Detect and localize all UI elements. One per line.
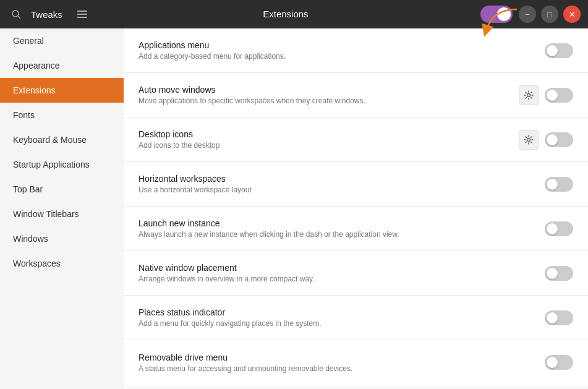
extension-name: Applications menu bbox=[138, 40, 545, 50]
extension-row-applications-menu: Applications menu Add a category-based m… bbox=[124, 28, 588, 73]
extension-name: Auto move windows bbox=[138, 85, 519, 95]
extension-name: Places status indicator bbox=[138, 307, 545, 317]
extension-desc: Add a category-based menu for applicatio… bbox=[138, 52, 545, 61]
window-title: Extensions bbox=[263, 9, 308, 19]
sidebar-item-extensions[interactable]: Extensions bbox=[0, 78, 124, 103]
app-name: Tweaks bbox=[31, 9, 62, 20]
extension-row-desktop-icons: Desktop icons Add icons to the desktop bbox=[124, 118, 588, 162]
global-extensions-toggle[interactable] bbox=[480, 6, 513, 23]
extension-desc: Add a menu for quickly navigating places… bbox=[138, 319, 545, 328]
sidebar-item-workspaces[interactable]: Workspaces bbox=[0, 251, 124, 276]
removable-drive-menu-toggle[interactable] bbox=[545, 355, 573, 370]
extension-desc: Add icons to the desktop bbox=[138, 141, 519, 150]
sidebar-item-general[interactable]: General bbox=[0, 28, 124, 53]
extension-info: Horizontal workspaces Use a horizontal w… bbox=[138, 174, 545, 194]
launch-new-instance-toggle[interactable] bbox=[545, 221, 573, 236]
extension-desc: A status menu for accessing and unmounti… bbox=[138, 364, 545, 373]
extension-controls bbox=[545, 43, 573, 58]
desktop-icons-toggle[interactable] bbox=[545, 132, 573, 147]
extension-controls bbox=[545, 266, 573, 281]
extension-row-auto-move-windows: Auto move windows Move applications to s… bbox=[124, 73, 588, 118]
sidebar-item-windows[interactable]: Windows bbox=[0, 226, 124, 251]
maximize-button[interactable]: □ bbox=[541, 6, 558, 23]
svg-rect-3 bbox=[77, 14, 87, 15]
extension-name: Horizontal workspaces bbox=[138, 174, 545, 184]
extension-name: Native window placement bbox=[138, 263, 545, 273]
places-status-indicator-toggle[interactable] bbox=[545, 310, 573, 325]
sidebar-item-startup-applications[interactable]: Startup Applications bbox=[0, 152, 124, 177]
sidebar-item-keyboard-mouse[interactable]: Keyboard & Mouse bbox=[0, 127, 124, 152]
svg-rect-4 bbox=[77, 17, 87, 18]
extension-info: Places status indicator Add a menu for q… bbox=[138, 307, 545, 328]
extension-controls bbox=[545, 310, 573, 325]
extension-name: Desktop icons bbox=[138, 129, 519, 139]
svg-point-0 bbox=[12, 11, 19, 17]
extension-name: Launch new instance bbox=[138, 218, 545, 228]
svg-point-6 bbox=[527, 138, 530, 141]
extensions-content: Applications menu Add a category-based m… bbox=[124, 28, 588, 389]
hamburger-icon bbox=[77, 11, 87, 18]
sidebar-item-appearance[interactable]: Appearance bbox=[0, 53, 124, 78]
extension-info: Applications menu Add a category-based m… bbox=[138, 40, 545, 61]
extension-row-places-status-indicator: Places status indicator Add a menu for q… bbox=[124, 296, 588, 340]
sidebar-item-window-titlebars[interactable]: Window Titlebars bbox=[0, 202, 124, 226]
svg-rect-2 bbox=[77, 11, 87, 12]
extension-desc: Always launch a new instance when clicki… bbox=[138, 230, 545, 239]
gear-icon bbox=[524, 135, 534, 145]
sidebar: General Appearance Extensions Fonts Keyb… bbox=[0, 28, 124, 389]
desktop-icons-gear-button[interactable] bbox=[519, 130, 539, 150]
extension-desc: Move applications to specific workspaces… bbox=[138, 96, 519, 105]
extension-info: Desktop icons Add icons to the desktop bbox=[138, 129, 519, 150]
svg-point-5 bbox=[527, 93, 530, 96]
extension-controls bbox=[519, 85, 573, 105]
extension-desc: Arrange windows in overview in a more co… bbox=[138, 275, 545, 283]
close-button[interactable]: ✕ bbox=[563, 6, 581, 23]
extension-row-horizontal-workspaces: Horizontal workspaces Use a horizontal w… bbox=[124, 162, 588, 207]
svg-line-1 bbox=[18, 16, 20, 19]
titlebar: Tweaks Extensions − □ ✕ bbox=[0, 0, 588, 28]
auto-move-windows-toggle[interactable] bbox=[545, 88, 573, 103]
extension-desc: Use a horizontal workspace layout bbox=[138, 186, 545, 194]
extension-info: Native window placement Arrange windows … bbox=[138, 263, 545, 283]
search-icon bbox=[11, 9, 21, 19]
extension-controls bbox=[519, 130, 573, 150]
auto-move-windows-gear-button[interactable] bbox=[519, 85, 539, 105]
extension-row-launch-new-instance: Launch new instance Always launch a new … bbox=[124, 207, 588, 251]
extension-info: Removable drive menu A status menu for a… bbox=[138, 353, 545, 373]
extension-name: Removable drive menu bbox=[138, 353, 545, 362]
search-button[interactable] bbox=[7, 6, 25, 23]
extension-info: Auto move windows Move applications to s… bbox=[138, 85, 519, 105]
applications-menu-toggle[interactable] bbox=[545, 43, 573, 58]
gear-icon bbox=[524, 90, 534, 100]
window-controls: − □ ✕ bbox=[519, 6, 581, 23]
main-layout: General Appearance Extensions Fonts Keyb… bbox=[0, 28, 588, 389]
extension-controls bbox=[545, 177, 573, 192]
menu-button[interactable] bbox=[74, 6, 91, 23]
extension-row-native-window-placement: Native window placement Arrange windows … bbox=[124, 251, 588, 296]
sidebar-item-top-bar[interactable]: Top Bar bbox=[0, 177, 124, 202]
native-window-placement-toggle[interactable] bbox=[545, 266, 573, 281]
sidebar-item-fonts[interactable]: Fonts bbox=[0, 103, 124, 127]
extension-info: Launch new instance Always launch a new … bbox=[138, 218, 545, 239]
extension-row-removable-drive-menu: Removable drive menu A status menu for a… bbox=[124, 340, 588, 385]
extension-controls bbox=[545, 221, 573, 236]
minimize-button[interactable]: − bbox=[519, 6, 536, 23]
extension-controls bbox=[545, 355, 573, 370]
horizontal-workspaces-toggle[interactable] bbox=[545, 177, 573, 192]
